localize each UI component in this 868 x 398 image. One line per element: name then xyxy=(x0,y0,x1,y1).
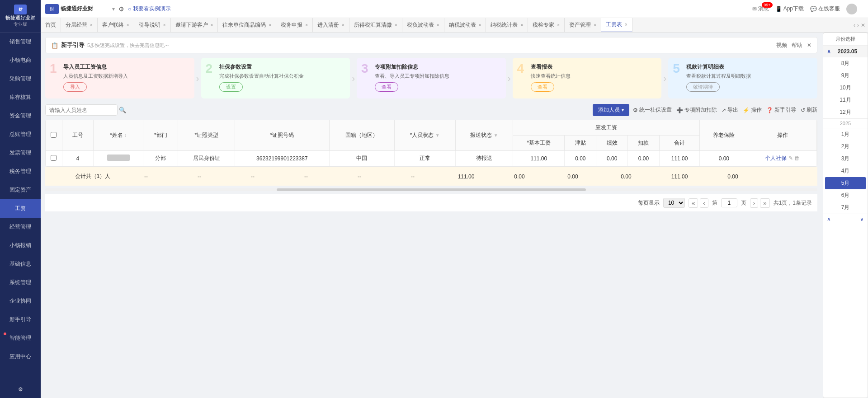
tab-引导说明[interactable]: 引导说明× xyxy=(134,18,171,33)
tab-close-进入清册[interactable]: × xyxy=(342,23,344,28)
sidebar-item-基础信息[interactable]: 基础信息 xyxy=(0,255,41,273)
sidebar-item-销售管理[interactable]: 销售管理 xyxy=(0,33,41,51)
sidebar-item-发票管理[interactable]: 发票管理 xyxy=(0,144,41,162)
month-prev-year-btn[interactable]: ∧ xyxy=(827,48,831,55)
online-service-button[interactable]: 💬 在线客服 xyxy=(810,5,840,13)
tab-close-工资表[interactable]: × xyxy=(625,22,627,27)
tab-分层经营[interactable]: 分层经营× xyxy=(61,18,98,33)
last-page-btn[interactable]: » xyxy=(760,198,769,208)
tab-纳税波动表[interactable]: 纳税波动表× xyxy=(444,18,486,33)
sidebar-item-经营管理[interactable]: 经营管理 xyxy=(0,218,41,236)
avatar[interactable] xyxy=(846,4,857,14)
tab-客户联络[interactable]: 客户联络× xyxy=(98,18,134,33)
tab-资产管理[interactable]: 资产管理× xyxy=(565,18,601,33)
topbar-settings-icon[interactable]: ⚙ xyxy=(118,5,124,13)
message-button[interactable]: ✉ 消息 99+ xyxy=(752,5,769,13)
topbar-dropdown-arrow[interactable]: ▾ xyxy=(112,6,115,12)
row-checkbox[interactable] xyxy=(51,155,57,161)
tab-close-税负波动表[interactable]: × xyxy=(437,23,439,28)
toolbar-action-刷新[interactable]: ↺刷新 xyxy=(801,106,817,114)
tab-税负波动表[interactable]: 税负波动表× xyxy=(402,18,444,33)
page-number-input[interactable] xyxy=(721,198,737,207)
action-edit-icon[interactable]: ✎ xyxy=(788,155,793,161)
sidebar-item-工资[interactable]: 工资 xyxy=(0,199,41,218)
add-employee-button[interactable]: 添加人员 ▾ xyxy=(593,104,629,116)
month-item-5月[interactable]: 5月 xyxy=(825,177,866,189)
page-size-select[interactable]: 10 20 50 xyxy=(663,198,685,208)
tab-close-税检专家[interactable]: × xyxy=(557,23,560,28)
month-item-12月[interactable]: 12月 xyxy=(823,106,868,118)
tab-close-纳税统计表[interactable]: × xyxy=(520,23,523,28)
step-btn-1[interactable]: 导入 xyxy=(63,82,87,92)
toolbar-action-专项附加扣除[interactable]: ➕专项附加扣除 xyxy=(676,106,717,114)
month-item-2月[interactable]: 2月 xyxy=(823,140,868,153)
month-item-10月[interactable]: 10月 xyxy=(823,82,868,94)
topbar-demo-link[interactable]: ○ 我要看实例演示 xyxy=(128,5,171,13)
step-btn-2[interactable]: 设置 xyxy=(219,82,243,92)
scrollbar-thumb[interactable] xyxy=(277,188,585,191)
toolbar-action-统一社保设置[interactable]: ⚙统一社保设置 xyxy=(633,106,672,114)
settings-button[interactable]: ⚙ xyxy=(0,381,41,398)
month-item-3月[interactable]: 3月 xyxy=(823,153,868,165)
sidebar-item-企业协同[interactable]: 企业协同 xyxy=(0,292,41,310)
sidebar-item-小畅报销[interactable]: 小畅报销 xyxy=(0,236,41,255)
sidebar-item-资金管理[interactable]: 资金管理 xyxy=(0,107,41,125)
sidebar-item-应用中心[interactable]: 应用中心 xyxy=(0,347,41,366)
next-page-btn[interactable]: › xyxy=(750,198,758,208)
tab-close-邀请下游客户[interactable]: × xyxy=(211,23,213,28)
first-page-btn[interactable]: « xyxy=(689,198,698,208)
app-download-button[interactable]: 📱 App下载 xyxy=(775,5,804,13)
sidebar-item-税务管理[interactable]: 税务管理 xyxy=(0,162,41,181)
toolbar-action-操作[interactable]: ⚡操作 xyxy=(743,106,762,114)
month-item-6月[interactable]: 6月 xyxy=(823,189,868,201)
toolbar-action-新手引导[interactable]: ❓新手引导 xyxy=(766,106,796,114)
month-item-11月[interactable]: 11月 xyxy=(823,94,868,106)
toolbar-action-导出[interactable]: ↗导出 xyxy=(722,106,738,114)
sidebar-item-小畅电商[interactable]: 小畅电商 xyxy=(0,51,41,70)
tab-进入清册[interactable]: 进入清册× xyxy=(313,18,349,33)
sidebar-item-智能管理[interactable]: 智能管理 xyxy=(0,329,41,347)
tabs-nav[interactable]: ‹ › ✕ xyxy=(851,22,868,28)
sidebar-item-固定资产[interactable]: 固定资产 xyxy=(0,181,41,199)
sidebar-item-总账管理[interactable]: 总账管理 xyxy=(0,125,41,144)
select-all-checkbox[interactable] xyxy=(51,132,57,138)
tab-close-引导说明[interactable]: × xyxy=(163,23,166,28)
tab-税务申报[interactable]: 税务申报× xyxy=(276,18,313,33)
step-btn-5[interactable]: 敬请期待 xyxy=(686,82,720,92)
month-item-9月[interactable]: 9月 xyxy=(823,70,868,82)
tab-close-税务申报[interactable]: × xyxy=(305,23,308,28)
month-scroll-up-btn[interactable]: ∧ xyxy=(827,216,831,222)
tab-税检专家[interactable]: 税检专家× xyxy=(528,18,565,33)
guide-video-btn[interactable]: 视频 xyxy=(776,42,787,49)
prev-page-btn[interactable]: ‹ xyxy=(700,198,708,208)
sidebar-item-采购管理[interactable]: 采购管理 xyxy=(0,70,41,88)
horizontal-scrollbar[interactable] xyxy=(45,188,817,191)
tab-close-客户联络[interactable]: × xyxy=(127,23,129,28)
tab-纳税统计表[interactable]: 纳税统计表× xyxy=(486,18,528,33)
tab-close-往来单位商品编码[interactable]: × xyxy=(269,23,271,28)
action-personal-insurance[interactable]: 个人社保 xyxy=(765,155,787,161)
sidebar-item-新手引导[interactable]: 新手引导 xyxy=(0,310,41,329)
month-item-8月[interactable]: 8月 xyxy=(823,57,868,70)
action-delete-icon[interactable]: 🗑 xyxy=(794,155,800,161)
sidebar-item-库存核算[interactable]: 库存核算 xyxy=(0,88,41,107)
tab-close-纳税波动表[interactable]: × xyxy=(479,23,481,28)
guide-close-btn[interactable]: ✕ xyxy=(807,42,811,48)
sidebar-item-系统管理[interactable]: 系统管理 xyxy=(0,273,41,292)
tab-往来单位商品编码[interactable]: 往来单位商品编码× xyxy=(218,18,276,33)
tab-工资表[interactable]: 工资表× xyxy=(601,18,632,33)
search-input[interactable] xyxy=(49,107,117,113)
tab-close-所得税汇算清缴[interactable]: × xyxy=(395,23,397,28)
month-item-1月[interactable]: 1月 xyxy=(823,128,868,140)
tab-所得税汇算清缴[interactable]: 所得税汇算清缴× xyxy=(349,18,402,33)
tab-邀请下游客户[interactable]: 邀请下游客户× xyxy=(171,18,218,33)
guide-help-btn[interactable]: 帮助 xyxy=(792,42,802,49)
month-scroll-down-btn[interactable]: ∨ xyxy=(860,216,864,222)
month-item-7月[interactable]: 7月 xyxy=(823,201,868,214)
tab-close-资产管理[interactable]: × xyxy=(594,23,596,28)
search-icon[interactable]: 🔍 xyxy=(119,107,126,113)
month-item-4月[interactable]: 4月 xyxy=(823,165,868,177)
step-btn-4[interactable]: 查看 xyxy=(531,82,554,92)
tab-首页[interactable]: 首页 xyxy=(41,18,61,33)
step-btn-3[interactable]: 查看 xyxy=(375,82,398,92)
